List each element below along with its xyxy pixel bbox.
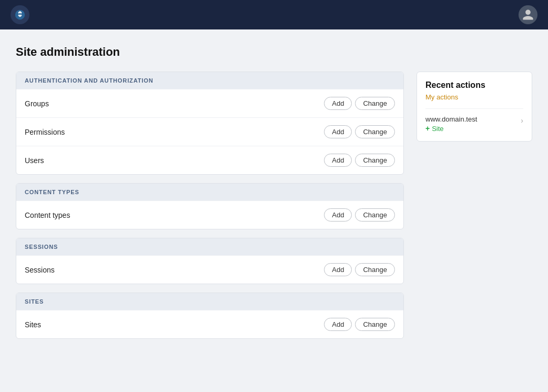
avatar-icon <box>522 8 534 21</box>
recent-item-name: www.domain.test <box>425 115 477 123</box>
recent-actions-title: Recent actions <box>425 81 523 90</box>
add-permissions-button[interactable]: Add <box>324 125 352 138</box>
section-heading-auth: Authentication and Authorization <box>16 72 403 89</box>
add-content-types-button[interactable]: Add <box>324 208 352 222</box>
change-sites-button[interactable]: Change <box>355 318 395 331</box>
add-sites-button[interactable]: Add <box>324 318 352 331</box>
row-label: Sites <box>25 320 41 329</box>
section-sessions: SessionsSessionsAddChange <box>16 238 404 284</box>
table-row: Content typesAddChange <box>16 200 403 229</box>
logo[interactable] <box>11 5 29 24</box>
page-title: Site administration <box>16 45 532 59</box>
recent-item-content: www.domain.test + Site <box>425 115 477 133</box>
section-heading-sessions: Sessions <box>16 238 403 255</box>
change-sessions-button[interactable]: Change <box>355 263 395 276</box>
section-auth: Authentication and AuthorizationGroupsAd… <box>16 72 404 175</box>
recent-item-type: + Site <box>425 124 477 133</box>
table-row: UsersAddChange <box>16 146 403 174</box>
section-content-types: Content TypesContent typesAddChange <box>16 183 404 229</box>
chevron-right-icon: › <box>521 116 523 125</box>
row-actions: AddChange <box>324 154 395 167</box>
header <box>0 0 548 29</box>
change-content-types-button[interactable]: Change <box>355 208 395 222</box>
row-label: Content types <box>25 211 70 219</box>
sections-column: Authentication and AuthorizationGroupsAd… <box>16 72 404 339</box>
table-row: GroupsAddChange <box>16 89 403 117</box>
row-actions: AddChange <box>324 97 395 110</box>
user-avatar[interactable] <box>519 5 537 24</box>
change-permissions-button[interactable]: Change <box>355 125 395 138</box>
recent-item-type-label: Site <box>432 125 443 133</box>
recent-actions-card: Recent actions My actions www.domain.tes… <box>417 72 532 142</box>
table-row: SitesAddChange <box>16 310 403 338</box>
row-actions: AddChange <box>324 208 395 222</box>
row-label: Groups <box>25 99 49 108</box>
section-heading-sites: Sites <box>16 293 403 310</box>
row-label: Sessions <box>25 266 55 274</box>
row-actions: AddChange <box>324 263 395 276</box>
right-column: Recent actions My actions www.domain.tes… <box>417 72 532 142</box>
row-actions: AddChange <box>324 125 395 138</box>
table-row: SessionsAddChange <box>16 255 403 284</box>
recent-item: www.domain.test + Site › <box>425 115 523 133</box>
section-heading-content-types: Content Types <box>16 184 403 200</box>
main-content: Site administration Authentication and A… <box>0 29 548 355</box>
add-icon: + <box>425 124 430 133</box>
change-groups-button[interactable]: Change <box>355 97 395 110</box>
content-layout: Authentication and AuthorizationGroupsAd… <box>16 72 532 339</box>
section-sites: SitesSitesAddChange <box>16 293 404 339</box>
wagtail-logo-icon <box>14 9 26 21</box>
my-actions-link[interactable]: My actions <box>425 93 523 101</box>
add-sessions-button[interactable]: Add <box>324 263 352 276</box>
recent-divider <box>425 108 523 109</box>
svg-point-1 <box>19 13 21 15</box>
table-row: PermissionsAddChange <box>16 117 403 146</box>
change-users-button[interactable]: Change <box>355 154 395 167</box>
add-groups-button[interactable]: Add <box>324 97 352 110</box>
row-label: Permissions <box>25 128 65 136</box>
row-actions: AddChange <box>324 318 395 331</box>
row-label: Users <box>25 156 44 165</box>
add-users-button[interactable]: Add <box>324 154 352 167</box>
